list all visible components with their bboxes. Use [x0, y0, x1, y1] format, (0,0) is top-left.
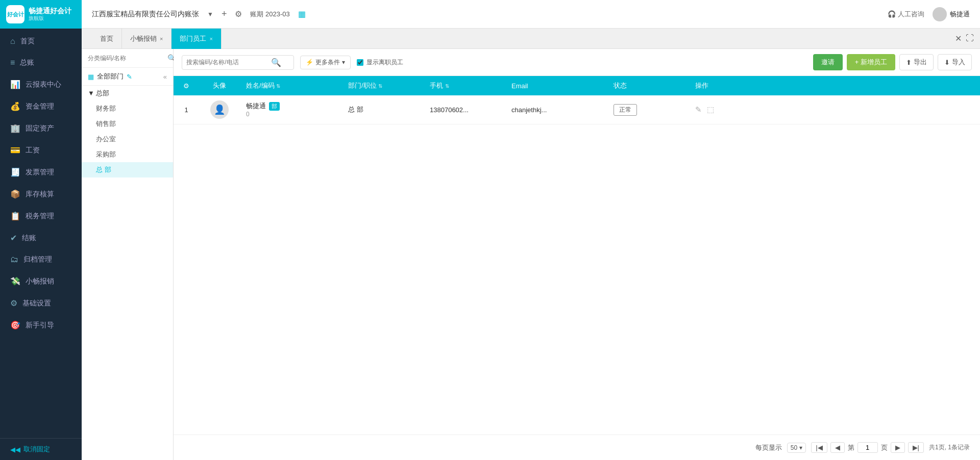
company-dropdown[interactable]: ▼ — [207, 11, 213, 18]
dept-child-sales[interactable]: 销售部 — [82, 116, 173, 132]
sidebar-pin-toggle[interactable]: ◀◀ 取消固定 — [0, 438, 82, 460]
show-resigned-input[interactable] — [357, 59, 363, 66]
close-xiaochang-tab[interactable]: × — [160, 36, 163, 42]
sort-phone-icon: ⇅ — [445, 83, 449, 89]
pin-label: 取消固定 — [23, 445, 50, 454]
dept-header-label: 全部部门 — [97, 72, 124, 81]
edit-icon[interactable]: ✎ — [695, 105, 702, 114]
toolbar-right: 邀请 + 新增员工 ⬆ 导出 ⬇ 导入 — [813, 54, 972, 70]
employee-search-input[interactable] — [186, 59, 268, 66]
user-menu[interactable]: 畅捷通 — [933, 7, 970, 21]
col-status: 状态 — [607, 76, 689, 95]
employee-table-wrap: ⚙ 头像 姓名/编码 ⇅ 部门/职位 ⇅ — [174, 76, 980, 435]
page-label: 页 — [881, 443, 888, 452]
show-resigned-label: 显示离职员工 — [366, 58, 403, 67]
dept-child-finance[interactable]: 财务部 — [82, 101, 173, 116]
sidebar-item-label: 云报表中心 — [26, 80, 61, 89]
col-name-code[interactable]: 姓名/编码 ⇅ — [240, 76, 342, 95]
sidebar-item-ledger[interactable]: ≡ 总账 — [0, 52, 82, 73]
col-avatar: 头像 — [199, 76, 240, 95]
import-button[interactable]: ⬇ 导入 — [938, 54, 972, 70]
sidebar-item-tax[interactable]: 📋 税务管理 — [0, 205, 82, 227]
per-page-chevron: ▾ — [799, 444, 802, 451]
row-status: 正常 — [607, 95, 689, 124]
page-input[interactable] — [857, 442, 878, 453]
sidebar-nav: ⌂ 首页 ≡ 总账 📊 云报表中心 💰 资金管理 🏢 固定资产 💳 工资 🧾 发… — [0, 29, 82, 438]
sidebar-item-assets[interactable]: 🏢 固定资产 — [0, 117, 82, 139]
dept-child-general-active[interactable]: 总 部 — [82, 162, 173, 177]
sidebar-item-settings[interactable]: ⚙ 基础设置 — [0, 292, 82, 314]
first-page-button[interactable]: |◀ — [811, 442, 827, 453]
row-name-code: 畅捷通 部 0 — [240, 95, 342, 124]
guide-icon: 🎯 — [10, 320, 20, 330]
employee-code: 0 — [246, 111, 336, 118]
logout-icon[interactable]: ⬚ — [707, 105, 714, 114]
tabs-bar: 首页 小畅报销 × 部门员工 × ✕ ⛶ — [82, 29, 980, 49]
close-window-icon[interactable]: ✕ — [955, 34, 962, 43]
sidebar-item-home[interactable]: ⌂ 首页 — [0, 31, 82, 52]
sidebar-item-label: 首页 — [20, 37, 35, 46]
tax-icon: 📋 — [10, 211, 20, 221]
avatar-image: 👤 — [210, 100, 229, 119]
per-page-select[interactable]: 50 ▾ — [787, 443, 806, 453]
table-header-row: ⚙ 头像 姓名/编码 ⇅ 部门/职位 ⇅ — [174, 76, 980, 95]
sidebar-item-salary[interactable]: 💳 工资 — [0, 139, 82, 161]
main-area: 江西服宝精品有限责任公司内账张 ▼ + ⚙ 账期 2023-03 ▦ 🎧 人工咨… — [82, 0, 980, 460]
sidebar-item-invoice[interactable]: 🧾 发票管理 — [0, 161, 82, 183]
sidebar-item-label: 总账 — [20, 58, 34, 67]
sidebar-item-inventory[interactable]: 📦 库存核算 — [0, 183, 82, 205]
sidebar-item-checkout[interactable]: ✔ 结账 — [0, 227, 82, 249]
tab-dept-staff[interactable]: 部门员工 × — [172, 29, 221, 49]
prev-page-button[interactable]: ◀ — [830, 442, 845, 453]
settings-gear-icon[interactable]: ⚙ — [235, 9, 242, 19]
show-resigned-checkbox[interactable]: 显示离职员工 — [357, 58, 403, 67]
employee-name: 畅捷通 — [246, 101, 266, 111]
sidebar-header: 好会计 畅捷通好会计 旗舰版 — [0, 0, 82, 29]
tab-home-label: 首页 — [100, 34, 113, 43]
checkout-icon: ✔ — [10, 233, 17, 243]
add-account-button[interactable]: + — [222, 9, 227, 19]
last-page-button[interactable]: ▶| — [908, 442, 924, 453]
export-button[interactable]: ⬆ 导出 — [899, 54, 934, 70]
dept-child-office[interactable]: 办公室 — [82, 132, 173, 147]
export-icon: ⬆ — [906, 59, 912, 66]
sidebar-item-xiaochang[interactable]: 💸 小畅报销 — [0, 270, 82, 292]
sidebar-item-funds[interactable]: 💰 资金管理 — [0, 95, 82, 117]
sidebar-item-label: 归档管理 — [23, 255, 52, 264]
more-filter-button[interactable]: ⚡ 更多条件 ▾ — [300, 56, 351, 69]
tab-xiaochang-reimbursement[interactable]: 小畅报销 × — [122, 29, 172, 49]
tab-home[interactable]: 首页 — [92, 29, 122, 49]
next-page-button[interactable]: ▶ — [891, 442, 905, 453]
dept-search-input[interactable] — [88, 55, 164, 62]
dept-edit-icon[interactable]: ✎ — [127, 73, 132, 81]
sidebar-item-guide[interactable]: 🎯 新手引导 — [0, 314, 82, 336]
sidebar-item-label: 新手引导 — [26, 321, 54, 330]
row-email: chanjethkj... — [505, 95, 607, 124]
search-icon[interactable]: 🔍 — [271, 58, 281, 67]
col-phone[interactable]: 手机 ⇅ — [424, 76, 505, 95]
headset-icon: 🎧 — [888, 10, 896, 18]
dept-child-purchase[interactable]: 采购部 — [82, 147, 173, 162]
employee-table: ⚙ 头像 姓名/编码 ⇅ 部门/职位 ⇅ — [174, 76, 980, 124]
filter-chevron-icon: ▾ — [342, 59, 345, 66]
dept-collapse-icon[interactable]: « — [163, 73, 167, 81]
reports-icon: 📊 — [10, 80, 20, 89]
assets-icon: 🏢 — [10, 123, 20, 133]
dept-parent-general[interactable]: ▼ 总部 — [82, 86, 173, 101]
dept-search: 🔍 — [82, 49, 173, 68]
col-settings[interactable]: ⚙ — [174, 76, 199, 95]
col-dept-position[interactable]: 部门/职位 ⇅ — [342, 76, 424, 95]
calendar-icon[interactable]: ▦ — [298, 9, 306, 19]
salary-icon: 💳 — [10, 145, 20, 155]
row-avatar: 👤 — [199, 95, 240, 124]
maximize-icon[interactable]: ⛶ — [966, 34, 974, 43]
dept-header: ▦ 全部部门 ✎ « — [82, 68, 173, 86]
invoice-icon: 🧾 — [10, 167, 20, 177]
service-button[interactable]: 🎧 人工咨询 — [888, 10, 924, 19]
sidebar-item-reports[interactable]: 📊 云报表中心 — [0, 73, 82, 95]
sidebar-item-archive[interactable]: 🗂 归档管理 — [0, 249, 82, 270]
close-dept-staff-tab[interactable]: × — [209, 36, 212, 42]
sort-dept-icon: ⇅ — [378, 83, 382, 89]
invite-button[interactable]: 邀请 — [813, 54, 843, 70]
add-employee-button[interactable]: + 新增员工 — [847, 54, 895, 70]
